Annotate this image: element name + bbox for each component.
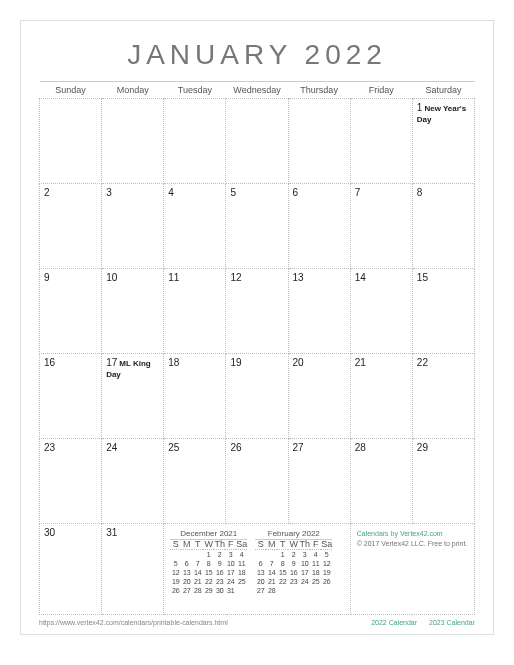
day-cell: 1New Year's Day (412, 99, 474, 184)
day-number: 30 (44, 527, 55, 538)
day-cell: 29 (412, 439, 474, 524)
day-cell: 24 (102, 439, 164, 524)
day-number: 17 (106, 357, 117, 368)
footer-url: https://www.vertex42.com/calendars/print… (39, 619, 228, 626)
day-cell: 9 (40, 269, 102, 354)
mini-calendar: December 2021SMTWThFSa123456789101112131… (170, 529, 247, 595)
day-number: 6 (293, 187, 299, 198)
day-number: 9 (44, 272, 50, 283)
day-cell: 27 (288, 439, 350, 524)
day-number: 31 (106, 527, 117, 538)
mini-title: December 2021 (170, 529, 247, 538)
day-number: 4 (168, 187, 174, 198)
credits-copyright: © 2017 Vertex42 LLC. Free to print. (357, 539, 468, 549)
day-cell: 10 (102, 269, 164, 354)
day-cell: 11 (164, 269, 226, 354)
day-cell: 18 (164, 354, 226, 439)
day-event: New Year's Day (417, 104, 466, 124)
day-cell: 3 (102, 184, 164, 269)
weekday-header: Tuesday (164, 82, 226, 99)
day-number: 14 (355, 272, 366, 283)
day-number: 28 (355, 442, 366, 453)
day-cell: 13 (288, 269, 350, 354)
day-cell: 20 (288, 354, 350, 439)
day-cell (226, 99, 288, 184)
day-number: 5 (230, 187, 236, 198)
credits-link[interactable]: Calendars by Vertex42.com (357, 530, 443, 537)
day-cell: 14 (350, 269, 412, 354)
day-cell: 2 (40, 184, 102, 269)
day-number: 21 (355, 357, 366, 368)
mini-calendar: February 2022SMTWThFSa123456789101112131… (255, 529, 332, 595)
day-number: 18 (168, 357, 179, 368)
weekday-header: Saturday (412, 82, 474, 99)
day-number: 23 (44, 442, 55, 453)
day-number: 2 (44, 187, 50, 198)
footer: https://www.vertex42.com/calendars/print… (39, 619, 475, 626)
credits-cell: Calendars by Vertex42.com© 2017 Vertex42… (350, 524, 474, 615)
day-number: 20 (293, 357, 304, 368)
day-cell (102, 99, 164, 184)
day-cell: 19 (226, 354, 288, 439)
day-number: 1 (417, 102, 423, 113)
footer-link-2023[interactable]: 2023 Calendar (429, 619, 475, 626)
weekday-header: Sunday (40, 82, 102, 99)
day-cell: 17ML King Day (102, 354, 164, 439)
day-cell: 8 (412, 184, 474, 269)
day-number: 19 (230, 357, 241, 368)
day-cell: 31 (102, 524, 164, 615)
day-number: 7 (355, 187, 361, 198)
day-cell: 15 (412, 269, 474, 354)
day-cell: 25 (164, 439, 226, 524)
day-cell (288, 99, 350, 184)
day-number: 22 (417, 357, 428, 368)
day-cell (164, 99, 226, 184)
day-cell: 23 (40, 439, 102, 524)
day-number: 10 (106, 272, 117, 283)
day-number: 26 (230, 442, 241, 453)
day-number: 27 (293, 442, 304, 453)
day-cell (40, 99, 102, 184)
weekday-header: Thursday (288, 82, 350, 99)
weekday-header: Monday (102, 82, 164, 99)
day-cell: 12 (226, 269, 288, 354)
day-cell: 30 (40, 524, 102, 615)
month-grid: SundayMondayTuesdayWednesdayThursdayFrid… (39, 81, 475, 615)
weekday-header: Wednesday (226, 82, 288, 99)
day-number: 12 (230, 272, 241, 283)
day-cell: 28 (350, 439, 412, 524)
day-cell: 7 (350, 184, 412, 269)
day-cell: 22 (412, 354, 474, 439)
day-number: 29 (417, 442, 428, 453)
page-title: JANUARY 2022 (39, 39, 475, 71)
footer-links: 2022 Calendar 2023 Calendar (361, 619, 475, 626)
day-number: 16 (44, 357, 55, 368)
day-cell: 16 (40, 354, 102, 439)
day-cell: 6 (288, 184, 350, 269)
day-cell: 26 (226, 439, 288, 524)
calendar-page: JANUARY 2022 SundayMondayTuesdayWednesda… (20, 20, 494, 635)
weekday-header: Friday (350, 82, 412, 99)
day-cell (350, 99, 412, 184)
day-number: 25 (168, 442, 179, 453)
day-number: 15 (417, 272, 428, 283)
mini-title: February 2022 (255, 529, 332, 538)
day-cell: 5 (226, 184, 288, 269)
day-number: 3 (106, 187, 112, 198)
day-number: 8 (417, 187, 423, 198)
day-number: 13 (293, 272, 304, 283)
day-number: 24 (106, 442, 117, 453)
day-cell: 4 (164, 184, 226, 269)
day-cell: 21 (350, 354, 412, 439)
mini-calendar-cell: December 2021SMTWThFSa123456789101112131… (164, 524, 350, 615)
day-number: 11 (168, 272, 179, 283)
footer-link-2022[interactable]: 2022 Calendar (371, 619, 417, 626)
